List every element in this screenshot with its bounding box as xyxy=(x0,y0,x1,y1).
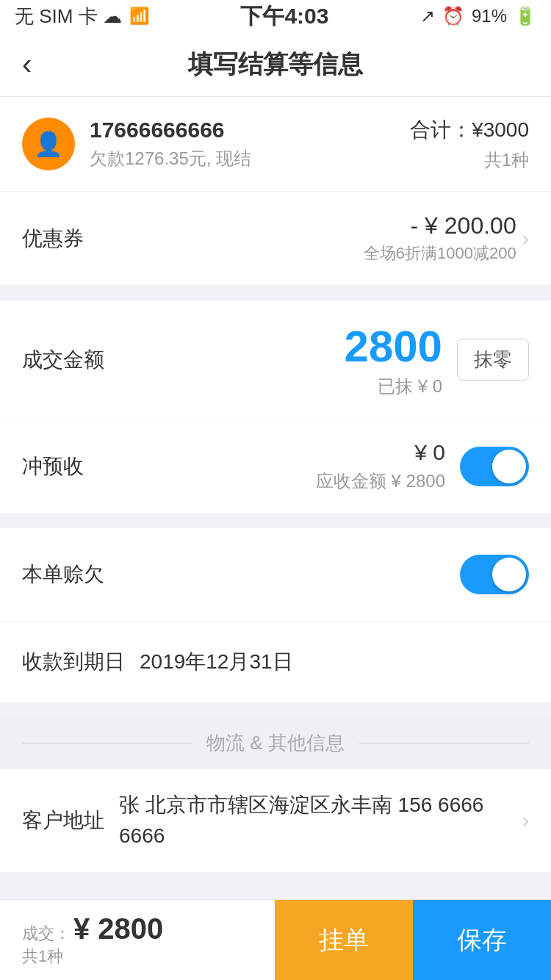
bottom-count: 共1种 xyxy=(22,945,253,968)
logistics-separator: 物流 & 其他信息 xyxy=(0,717,551,769)
prepay-row: 冲预收 ¥ 0 应收金额 ¥ 2800 xyxy=(0,419,551,514)
battery-icon: 🔋 xyxy=(514,6,536,26)
prepay-amount-block: ¥ 0 应收金额 ¥ 2800 xyxy=(316,440,445,493)
credit-toggle[interactable] xyxy=(460,555,529,594)
total-amount: 合计：¥3000 xyxy=(410,116,529,144)
bottom-amount: ¥ 2800 xyxy=(73,912,163,945)
deal-label: 成交金额 xyxy=(22,346,104,374)
customer-info: 17666666666 欠款1276.35元, 现结 xyxy=(90,118,251,170)
due-date-row: 收款到期日 2019年12月31日 xyxy=(0,621,551,702)
logistics-line-right xyxy=(359,743,529,743)
address-value: 张 北京市市辖区海淀区永丰南 156 6666 6666 xyxy=(119,790,515,851)
deal-sub: 已抹 ¥ 0 xyxy=(345,375,442,398)
alarm-icon: ⏰ xyxy=(442,6,464,26)
address-section: 客户地址 张 北京市市辖区海淀区永丰南 156 6666 6666 › xyxy=(0,769,551,872)
customer-section: 👤 17666666666 欠款1276.35元, 现结 合计：¥3000 共1… xyxy=(0,97,551,192)
page-title: 填写结算等信息 xyxy=(188,48,363,82)
prepay-label: 冲预收 xyxy=(22,453,84,480)
status-right: ↗ ⏰ 91% 🔋 xyxy=(420,6,536,26)
address-label: 客户地址 xyxy=(22,807,104,835)
coupon-label: 优惠券 xyxy=(22,225,84,253)
customer-phone: 17666666666 xyxy=(90,118,251,143)
status-left: 无 SIM 卡 ☁ 📶 xyxy=(15,4,149,29)
coupon-row[interactable]: 优惠券 - ¥ 200.00 全场6折满1000减200 › xyxy=(0,192,551,286)
avatar-icon: 👤 xyxy=(34,130,63,158)
prepay-sub: 应收金额 ¥ 2800 xyxy=(316,469,445,493)
customer-row: 👤 17666666666 欠款1276.35元, 现结 合计：¥3000 共1… xyxy=(0,97,551,192)
prepay-right: ¥ 0 应收金额 ¥ 2800 xyxy=(316,440,529,493)
total-count: 共1种 xyxy=(410,148,529,172)
coupon-desc: 全场6折满1000减200 xyxy=(364,242,516,264)
bottom-deal-label: 成交： xyxy=(22,923,71,945)
gray-divider-2 xyxy=(0,514,551,528)
credit-label: 本单赊欠 xyxy=(22,561,104,588)
prepay-toggle[interactable] xyxy=(460,447,529,486)
credit-section: 本单赊欠 收款到期日 2019年12月31日 xyxy=(0,528,551,702)
battery-text: 91% xyxy=(472,6,507,26)
back-button[interactable]: ‹ xyxy=(22,48,32,81)
round-zero-button[interactable]: 抹零 xyxy=(457,339,529,381)
coupon-value: - ¥ 200.00 xyxy=(364,212,516,239)
address-row[interactable]: 客户地址 张 北京市市辖区海淀区永丰南 156 6666 6666 › xyxy=(0,769,551,872)
avatar: 👤 xyxy=(22,118,75,170)
gray-divider-1 xyxy=(0,286,551,300)
customer-sub: 欠款1276.35元, 现结 xyxy=(90,147,251,170)
no-sim-text: 无 SIM 卡 ☁ xyxy=(15,4,122,29)
deal-row: 成交金额 2800 已抹 ¥ 0 抹零 xyxy=(0,300,551,419)
wifi-icon: 📶 xyxy=(129,7,149,26)
gray-divider-3 xyxy=(0,702,551,717)
due-date-label: 收款到期日 xyxy=(22,648,125,676)
status-time: 下午4:03 xyxy=(240,1,328,32)
coupon-section: 优惠券 - ¥ 200.00 全场6折满1000减200 › xyxy=(0,192,551,286)
hang-order-button[interactable]: 挂单 xyxy=(275,900,413,981)
location-icon: ↗ xyxy=(420,6,435,26)
customer-right: 合计：¥3000 共1种 xyxy=(410,116,529,172)
address-chevron-icon: › xyxy=(522,809,529,832)
credit-row: 本单赊欠 xyxy=(0,528,551,621)
due-date-value: 2019年12月31日 xyxy=(140,648,293,676)
deal-amount: 2800 xyxy=(345,321,442,372)
prepay-amount: ¥ 0 xyxy=(316,440,445,465)
customer-left: 👤 17666666666 欠款1276.35元, 现结 xyxy=(22,118,251,170)
nav-bar: ‹ 填写结算等信息 xyxy=(0,32,551,97)
save-button[interactable]: 保存 xyxy=(413,900,551,981)
deal-section: 成交金额 2800 已抹 ¥ 0 抹零 冲预收 ¥ 0 应收金额 ¥ 2800 xyxy=(0,300,551,514)
deal-right: 2800 已抹 ¥ 0 抹零 xyxy=(345,321,529,398)
toggle-knob xyxy=(492,450,526,483)
bottom-bar: 成交： ¥ 2800 共1种 挂单 保存 xyxy=(0,899,551,980)
credit-toggle-knob xyxy=(492,558,526,591)
chevron-right-icon: › xyxy=(522,227,529,251)
status-bar: 无 SIM 卡 ☁ 📶 下午4:03 ↗ ⏰ 91% 🔋 xyxy=(0,0,551,32)
bottom-summary: 成交： ¥ 2800 共1种 xyxy=(0,912,275,968)
logistics-line-left xyxy=(22,743,192,743)
logistics-text: 物流 & 其他信息 xyxy=(206,730,345,756)
